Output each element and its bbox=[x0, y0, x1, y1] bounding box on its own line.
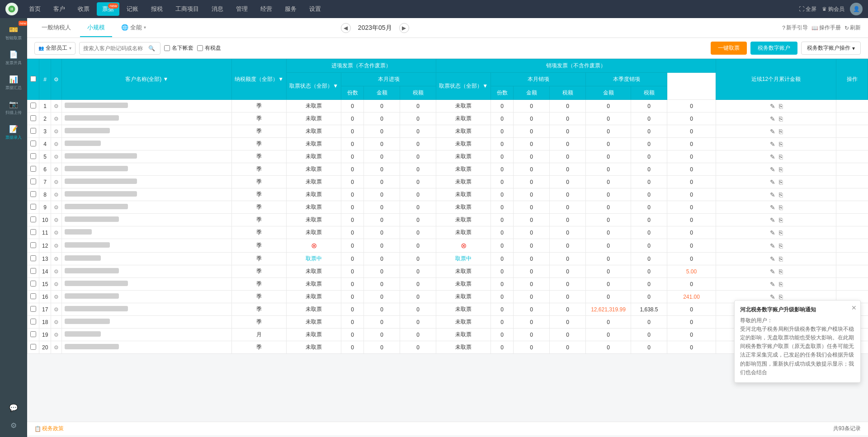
search-icon[interactable]: 🔍 bbox=[148, 45, 155, 52]
row-checkbox[interactable] bbox=[28, 125, 39, 138]
edit-icon[interactable]: ✎ bbox=[770, 115, 775, 122]
row-select-checkbox[interactable] bbox=[30, 166, 36, 172]
row-select-checkbox[interactable] bbox=[30, 331, 36, 337]
row-client-name[interactable] bbox=[62, 176, 232, 188]
edit-icon[interactable]: ✎ bbox=[770, 166, 775, 173]
one-click-ticket-button[interactable]: 一键取票 bbox=[711, 42, 747, 55]
sidebar-item-open-invoice[interactable]: 📄 发票开具 bbox=[1, 47, 26, 70]
copy-icon[interactable]: ⎘ bbox=[779, 281, 783, 288]
copy-icon[interactable]: ⎘ bbox=[779, 191, 783, 198]
edit-icon[interactable]: ✎ bbox=[770, 281, 775, 288]
copy-icon[interactable]: ⎘ bbox=[779, 216, 783, 224]
sidebar-item-entry[interactable]: 📝 票据录入 bbox=[1, 121, 26, 144]
nav-settings[interactable]: 设置 bbox=[304, 2, 326, 16]
th-client-name[interactable]: 客户名称(全部) ▼ bbox=[62, 59, 232, 100]
client-search-input[interactable] bbox=[83, 45, 146, 52]
copy-icon[interactable]: ⎘ bbox=[779, 128, 783, 135]
subordinate-accounts-input[interactable] bbox=[164, 45, 170, 51]
row-client-name[interactable] bbox=[62, 226, 232, 239]
table-settings-icon[interactable]: ⚙ bbox=[54, 76, 59, 83]
sidebar-item-chat[interactable]: 💬 bbox=[1, 400, 26, 416]
digital-account-ops-button[interactable]: 税务数字账户操作 ▾ bbox=[801, 42, 861, 55]
row-checkbox[interactable] bbox=[28, 138, 39, 150]
row-client-name[interactable] bbox=[62, 100, 232, 113]
row-select-checkbox[interactable] bbox=[30, 191, 36, 197]
prev-period-button[interactable]: ◀ bbox=[341, 23, 351, 33]
row-checkbox[interactable] bbox=[28, 113, 39, 125]
row-settings[interactable]: ⚙ bbox=[51, 138, 62, 150]
row-settings[interactable]: ⚙ bbox=[51, 100, 62, 113]
copy-icon[interactable]: ⎘ bbox=[779, 103, 783, 110]
row-checkbox[interactable] bbox=[28, 278, 39, 291]
guide-button[interactable]: ? 新手引导 bbox=[782, 24, 808, 32]
copy-icon[interactable]: ⎘ bbox=[779, 242, 783, 249]
has-taxpad-input[interactable] bbox=[197, 45, 203, 51]
row-client-name[interactable] bbox=[62, 278, 232, 291]
row-checkbox[interactable] bbox=[28, 150, 39, 163]
row-client-name[interactable] bbox=[62, 291, 232, 303]
row-select-checkbox[interactable] bbox=[30, 216, 36, 222]
copy-icon[interactable]: ⎘ bbox=[779, 166, 783, 173]
row-select-checkbox[interactable] bbox=[30, 128, 36, 134]
row-client-name[interactable] bbox=[62, 188, 232, 201]
nav-messages[interactable]: 消息 bbox=[206, 2, 229, 16]
copy-icon[interactable]: ⎘ bbox=[779, 255, 783, 263]
edit-icon[interactable]: ✎ bbox=[770, 242, 775, 249]
copy-icon[interactable]: ⎘ bbox=[779, 204, 783, 211]
th-tax-quota[interactable]: 纳税额度（全部）▼ bbox=[232, 59, 287, 100]
row-select-checkbox[interactable] bbox=[30, 115, 36, 121]
row-checkbox[interactable] bbox=[28, 316, 39, 329]
copy-icon[interactable]: ⎘ bbox=[779, 141, 783, 148]
row-settings[interactable]: ⚙ bbox=[51, 201, 62, 214]
row-settings[interactable]: ⚙ bbox=[51, 291, 62, 303]
row-client-name[interactable] bbox=[62, 138, 232, 150]
row-client-name[interactable] bbox=[62, 150, 232, 163]
nav-services[interactable]: 服务 bbox=[279, 2, 302, 16]
row-select-checkbox[interactable] bbox=[30, 103, 36, 108]
row-settings[interactable]: ⚙ bbox=[51, 150, 62, 163]
refresh-button[interactable]: ↻ 刷新 bbox=[844, 24, 861, 32]
sidebar-item-smart-ticket[interactable]: 🎫 智能取票 bbox=[1, 22, 26, 45]
th-out-status[interactable]: 取票状态（全部）▼ bbox=[436, 73, 491, 100]
row-settings[interactable]: ⚙ bbox=[51, 125, 62, 138]
row-select-checkbox[interactable] bbox=[30, 268, 36, 274]
row-client-name[interactable] bbox=[62, 125, 232, 138]
th-in-status[interactable]: 取票状态（全部）▼ bbox=[287, 73, 341, 100]
row-settings[interactable]: ⚙ bbox=[51, 113, 62, 125]
edit-icon[interactable]: ✎ bbox=[770, 141, 775, 148]
row-client-name[interactable] bbox=[62, 113, 232, 125]
copy-icon[interactable]: ⎘ bbox=[779, 179, 783, 186]
copy-icon[interactable]: ⎘ bbox=[779, 115, 783, 122]
tab-general-taxpayer[interactable]: 一般纳税人 bbox=[34, 19, 78, 37]
row-select-checkbox[interactable] bbox=[30, 153, 36, 159]
next-period-button[interactable]: ▶ bbox=[399, 23, 409, 33]
row-client-name[interactable] bbox=[62, 214, 232, 226]
copy-icon[interactable]: ⎘ bbox=[779, 153, 783, 160]
row-settings[interactable]: ⚙ bbox=[51, 253, 62, 265]
member-button[interactable]: ♛ 购会员 bbox=[822, 5, 844, 13]
row-select-checkbox[interactable] bbox=[30, 229, 36, 235]
nav-invoice[interactable]: 票据 new bbox=[97, 2, 119, 16]
edit-icon[interactable]: ✎ bbox=[770, 128, 775, 135]
row-settings[interactable]: ⚙ bbox=[51, 163, 62, 176]
user-avatar[interactable]: 👤 bbox=[850, 3, 863, 15]
row-settings[interactable]: ⚙ bbox=[51, 329, 62, 341]
sidebar-item-summary[interactable]: 📊 票据汇总 bbox=[1, 71, 26, 94]
nav-tax[interactable]: 报税 bbox=[146, 2, 168, 16]
edit-icon[interactable]: ✎ bbox=[770, 191, 775, 198]
sidebar-item-config[interactable]: ⚙ bbox=[1, 418, 26, 433]
edit-icon[interactable]: ✎ bbox=[770, 255, 775, 263]
row-settings[interactable]: ⚙ bbox=[51, 188, 62, 201]
notification-close-button[interactable]: ✕ bbox=[851, 304, 857, 311]
edit-icon[interactable]: ✎ bbox=[770, 268, 775, 275]
row-client-name[interactable] bbox=[62, 341, 232, 354]
client-search-box[interactable]: 🔍 bbox=[79, 42, 160, 55]
digital-account-button[interactable]: 税务数字账户 bbox=[750, 42, 797, 55]
edit-icon[interactable]: ✎ bbox=[770, 204, 775, 211]
nav-operations[interactable]: 经营 bbox=[255, 2, 278, 16]
row-checkbox[interactable] bbox=[28, 239, 39, 253]
row-select-checkbox[interactable] bbox=[30, 141, 36, 146]
row-select-checkbox[interactable] bbox=[30, 306, 36, 312]
has-taxpad-checkbox[interactable]: 有税盘 bbox=[197, 44, 221, 52]
row-checkbox[interactable] bbox=[28, 329, 39, 341]
